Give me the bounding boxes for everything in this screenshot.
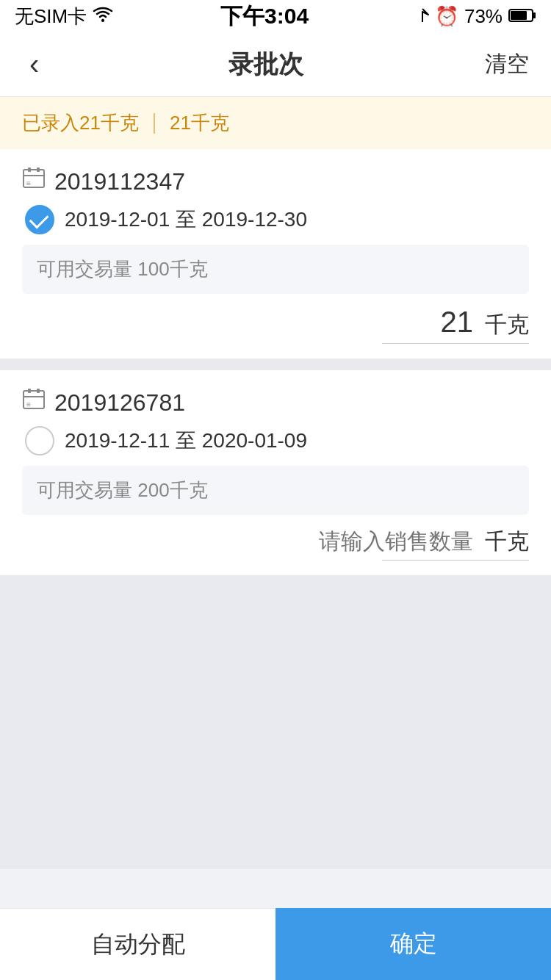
status-bar: 无SIM卡 下午3:04 ⏰ 73%	[0, 0, 551, 32]
carrier-text: 无SIM卡	[15, 4, 87, 29]
batch-2-input-row[interactable]: 千克	[0, 515, 551, 561]
location-icon	[416, 5, 429, 28]
section-divider	[0, 359, 551, 370]
svg-rect-3	[511, 11, 527, 20]
svg-point-0	[101, 19, 104, 22]
svg-rect-5	[28, 167, 31, 172]
batch-1-underline	[382, 343, 529, 344]
svg-text:≡: ≡	[26, 400, 31, 408]
status-right: ⏰ 73%	[416, 5, 536, 28]
batch-1-date-row[interactable]: 2019-12-01 至 2019-12-30	[22, 205, 529, 234]
batch-2-header: ≡ 2019126781	[22, 388, 529, 417]
batch-1-available-text: 可用交易量 100千克	[37, 258, 208, 280]
bottom-bar: 自动分配 确定	[0, 908, 551, 980]
batch-1-amount-row: 21 千克	[0, 294, 551, 344]
batch-1-id: 2019112347	[54, 168, 185, 195]
page-title: 录批次	[228, 48, 303, 82]
batch-2-quantity-input[interactable]	[194, 529, 473, 554]
batch-2-date: 2019-12-11 至 2020-01-09	[65, 427, 307, 455]
batch-2-input-wrap: 千克	[194, 527, 529, 561]
batch-card-1: ≡ 2019112347 2019-12-01 至 2019-12-30 可用交…	[0, 149, 551, 294]
info-banner: 已录入21千克 21千克	[0, 97, 551, 149]
batch-1-amount-value: 21	[441, 306, 474, 339]
batch-1-amount-unit: 千克	[485, 310, 529, 340]
status-left: 无SIM卡	[15, 4, 113, 29]
batch-2-unit: 千克	[485, 527, 529, 557]
empty-area	[0, 575, 551, 869]
batch-1-radio[interactable]	[25, 205, 54, 234]
svg-rect-6	[37, 167, 40, 172]
batch-2-available-text: 可用交易量 200千克	[37, 479, 208, 501]
batch-2-date-row[interactable]: 2019-12-11 至 2020-01-09	[22, 426, 529, 455]
status-time: 下午3:04	[220, 1, 309, 32]
clear-button[interactable]: 清空	[485, 49, 529, 79]
batch-2-id: 2019126781	[54, 389, 185, 417]
batch-2-available: 可用交易量 200千克	[22, 466, 529, 515]
back-button[interactable]: ‹	[22, 40, 46, 88]
svg-text:≡: ≡	[26, 179, 31, 187]
batch-1-available: 可用交易量 100千克	[22, 245, 529, 294]
svg-rect-10	[28, 389, 31, 393]
batch-1-icon: ≡	[22, 167, 46, 196]
alarm-icon: ⏰	[435, 5, 458, 28]
battery-percent: 73%	[464, 5, 503, 28]
confirm-button[interactable]: 确定	[276, 908, 551, 980]
wifi-icon	[93, 5, 113, 28]
spacer-2	[0, 561, 551, 575]
batch-2-icon: ≡	[22, 388, 46, 417]
spacer-1	[0, 344, 551, 359]
batch-card-2: ≡ 2019126781 2019-12-11 至 2020-01-09 可用交…	[0, 370, 551, 515]
batch-1-date: 2019-12-01 至 2019-12-30	[65, 206, 307, 234]
banner-divider	[154, 113, 155, 134]
batch-2-underline	[382, 560, 529, 561]
batch-2-radio[interactable]	[25, 426, 54, 455]
svg-rect-11	[37, 389, 40, 393]
nav-bar: ‹ 录批次 清空	[0, 32, 551, 97]
auto-distribute-button[interactable]: 自动分配	[0, 908, 276, 980]
batch-1-header: ≡ 2019112347	[22, 167, 529, 196]
svg-rect-2	[533, 12, 536, 18]
recorded-value: 21千克	[170, 110, 229, 136]
battery-icon	[508, 5, 536, 28]
batch-1-amount-wrap: 21 千克	[382, 306, 529, 344]
recorded-label: 已录入21千克	[22, 110, 139, 136]
